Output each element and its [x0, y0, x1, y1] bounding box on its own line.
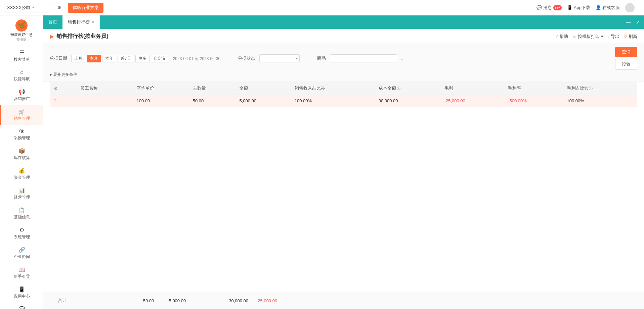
active-tab-label: 销售排行榜 — [68, 19, 90, 25]
date-btn-custom[interactable]: 自定义 — [151, 55, 169, 62]
home-tab-label: 首页 — [48, 19, 57, 25]
marketing-icon: 📢 — [18, 89, 25, 95]
cell-amount: 5,000.00 — [235, 95, 290, 107]
col-amount: 全额 — [235, 82, 290, 95]
refresh-button[interactable]: ↺ 刷新 — [624, 34, 637, 40]
content-area: 首页 销售排行榜 × — ⤢ ▶ 销售排行榜(按业务员) — [43, 15, 644, 309]
cost-info-icon[interactable]: ⓘ — [397, 86, 400, 90]
expand-button[interactable]: ▾ 展开更多条件 — [50, 72, 637, 78]
sidebar-item-label: 新手引导 — [14, 274, 30, 279]
data-table: ⚙ 员工名称 平均单价 主数量 全额 销售收入占比% 成本全额ⓘ 毛利 毛利率 … — [50, 82, 637, 107]
sidebar-item-purchase[interactable]: 🛍 采购管理 — [0, 125, 43, 144]
footer-cost: 30,000.00 — [225, 296, 252, 305]
col-sales-pct: 销售收入占比% — [291, 82, 375, 95]
logo-text: 畅康通好生意 — [10, 32, 33, 37]
date-btn-this-month[interactable]: 本月 — [87, 55, 101, 62]
sidebar-item-guide[interactable]: 📖 新手引导 — [0, 263, 43, 283]
cell-rank: 1 — [50, 95, 76, 107]
filter-row-1: 单据日期 上月 本月 本年 近7天 更多 自定义 2023-06-01 至 20… — [50, 47, 637, 70]
status-filter-label: 单据状态 — [238, 55, 255, 61]
sidebar-item-app-center[interactable]: 📱 应用中心 — [0, 283, 43, 303]
tab-minimize-icon[interactable]: — — [625, 18, 632, 26]
app-download-button[interactable]: 📱 App下载 — [567, 5, 590, 11]
cell-name — [76, 95, 132, 107]
page-header-actions: ? 帮助 🖨 按模板打印 ▾ ↓ 导出 ↺ — [555, 34, 637, 40]
search-menu-icon: ☰ — [19, 49, 24, 56]
sidebar-item-wechat[interactable]: 💬 企业微信 — [0, 303, 43, 309]
goods-input[interactable] — [330, 54, 397, 62]
sidebar-item-management[interactable]: 📊 经营管理 — [0, 184, 43, 204]
help-button[interactable]: ? 帮助 — [555, 34, 568, 40]
tab-sales-ranking[interactable]: 销售排行榜 × — [62, 15, 100, 29]
guide-icon: 📖 — [18, 266, 25, 273]
page-header: ▶ 销售排行榜(按业务员) ? 帮助 🖨 按模板打印 ▾ — [43, 29, 644, 43]
col-profit-pct: 毛利占比%ⓘ — [563, 82, 637, 95]
online-service-button[interactable]: 👤 在线客服 — [596, 5, 620, 11]
download-icon: 📱 — [567, 5, 572, 10]
sales-icon: 🛒 — [18, 108, 25, 115]
basic-info-icon: 📋 — [18, 207, 25, 213]
home-icon: ⌂ — [20, 69, 24, 75]
collapse-icon[interactable]: ▶ — [50, 33, 54, 40]
logo-emoji: 🌿 — [18, 22, 25, 29]
goods-filter-label: 商品 — [317, 55, 326, 61]
table-settings-icon[interactable]: ⚙ — [54, 86, 58, 91]
sidebar-item-label: 快捷导航 — [14, 76, 30, 82]
company-selector[interactable]: XXXXX公司 ▾ — [4, 3, 51, 12]
date-btn-last-month[interactable]: 上月 — [71, 55, 85, 62]
sidebar-item-label: 资金管理 — [14, 175, 30, 181]
export-label: 导出 — [611, 34, 619, 40]
sidebar-item-marketing[interactable]: 📢 营销推广 — [0, 85, 43, 105]
footer-label: 合计 — [54, 296, 87, 306]
sidebar-item-system[interactable]: ⚙ 系统管理 — [0, 223, 43, 243]
date-filter-label: 单据日期 — [50, 55, 67, 61]
sidebar-item-quicknav[interactable]: ⌂ 快捷导航 — [0, 66, 43, 85]
table-footer: 合计 50.00 5,000.00 30,000.00 -25,000.00 — [43, 292, 644, 309]
sidebar-item-inventory[interactable]: 📦 库存核算 — [0, 144, 43, 164]
goods-more-link[interactable]: ... — [401, 56, 404, 61]
sidebar-item-label: 销售管理 — [14, 116, 30, 121]
app-download-label: App下载 — [574, 5, 590, 11]
sidebar-item-label: 营销推广 — [14, 96, 30, 102]
print-chevron: ▾ — [601, 34, 603, 39]
sidebar-item-enterprise[interactable]: 🔗 企业协同 — [0, 243, 43, 263]
profit-pct-info-icon[interactable]: ⓘ — [589, 86, 593, 90]
status-select[interactable] — [259, 54, 300, 62]
col-profit-rate: 毛利率 — [504, 82, 563, 95]
sidebar-item-label: 经营管理 — [14, 195, 30, 200]
expand-chevron-icon: ▾ — [50, 72, 52, 77]
col-qty: 主数量 — [189, 82, 235, 95]
query-button[interactable]: 查询 — [615, 47, 637, 57]
sidebar-item-sales[interactable]: 🛒 销售管理 — [0, 105, 43, 125]
table-header-row: ⚙ 员工名称 平均单价 主数量 全额 销售收入占比% 成本全额ⓘ 毛利 毛利率 … — [50, 82, 637, 95]
sidebar-item-finance[interactable]: 💰 资金管理 — [0, 164, 43, 184]
sidebar-item-search[interactable]: ☰ 搜索菜单 — [0, 46, 43, 66]
date-btn-this-year[interactable]: 本年 — [102, 55, 116, 62]
col-settings: ⚙ — [50, 82, 76, 95]
set-button[interactable]: 设置 — [615, 59, 637, 70]
topbar-settings-button[interactable]: ⚙ — [54, 3, 65, 13]
tab-home[interactable]: 首页 — [43, 15, 62, 29]
top-bar-right: 💬 消息 99+ 📱 App下载 👤 在线客服 — [536, 3, 640, 12]
export-button[interactable]: ↓ 导出 — [607, 34, 620, 40]
help-icon: ? — [555, 34, 558, 39]
expand-label: 展开更多条件 — [53, 72, 77, 78]
avatar[interactable] — [625, 3, 635, 12]
message-icon: 💬 — [536, 5, 542, 10]
sidebar-item-label: 系统管理 — [14, 234, 30, 240]
date-btn-7days[interactable]: 近7天 — [118, 55, 134, 62]
print-button[interactable]: 🖨 按模板打印 ▾ — [572, 34, 603, 40]
cell-profit-rate: -500.00% — [504, 95, 563, 107]
tab-close-icon[interactable]: × — [92, 20, 94, 24]
tab-expand-icon[interactable]: ⤢ — [635, 18, 641, 26]
trial-button[interactable]: 体验行业方案 — [68, 3, 103, 13]
chevron-down-icon: ▾ — [32, 6, 34, 9]
message-label: 消息 — [543, 5, 552, 11]
date-btn-more[interactable]: 更多 — [135, 55, 149, 62]
message-button[interactable]: 💬 消息 99+ — [536, 5, 562, 11]
cell-profit-pct: 100.00% — [563, 95, 637, 107]
sidebar-item-basic-info[interactable]: 📋 基础信息 — [0, 204, 43, 223]
refresh-label: 刷新 — [629, 34, 637, 40]
help-label: 帮助 — [559, 34, 568, 40]
col-cost: 成本全额ⓘ — [375, 82, 440, 95]
